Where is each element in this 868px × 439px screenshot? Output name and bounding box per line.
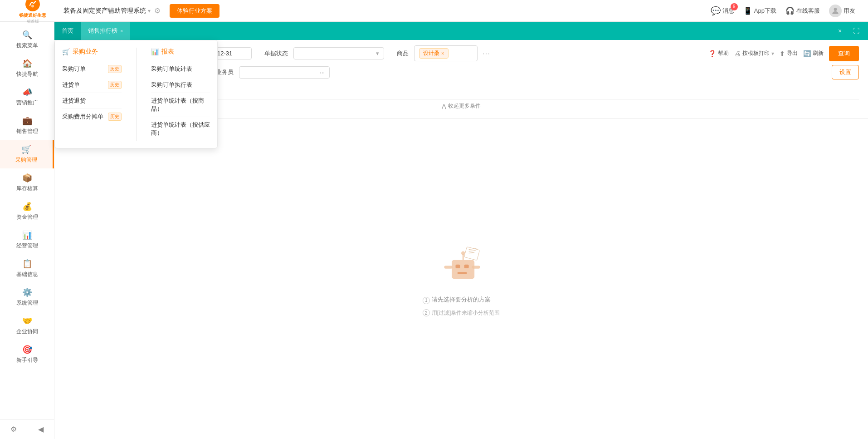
sidebar-item-search[interactable]: 🔍 搜索菜单 bbox=[0, 25, 54, 54]
sidebar-item-label: 基础信息 bbox=[16, 271, 38, 278]
sales-icon: 💼 bbox=[22, 116, 32, 126]
sidebar-item-inventory[interactable]: 📦 库存核算 bbox=[0, 168, 54, 197]
salesperson-label: 业务员 bbox=[216, 68, 234, 76]
goods-tag: 设计桑 × bbox=[419, 48, 449, 59]
search-icon: 🔍 bbox=[22, 30, 32, 40]
marketing-icon: 📣 bbox=[22, 87, 32, 97]
dropdown-item-incoming[interactable]: 进货单 历史 bbox=[62, 77, 122, 93]
collapse-up-icon: ⋀ bbox=[442, 103, 446, 109]
dropdown-columns: 🛒 采购业务 采购订单 历史 进货单 历史 进货退货 采购费用分摊单 历史 bbox=[62, 48, 210, 141]
refresh-icon: 🔄 bbox=[803, 50, 811, 57]
top-header: 畅捷通好生意 标准版 装备及固定资产辅助管理系统 ▾ ⚙ 体验行业方案 💬 9 … bbox=[0, 0, 868, 22]
tab-right-actions: × ⛶ bbox=[834, 25, 868, 37]
enterprise-icon: 🤝 bbox=[22, 316, 32, 326]
step-1-icon: 1 bbox=[423, 297, 430, 304]
salesperson-select[interactable]: ··· bbox=[239, 66, 330, 79]
help-button[interactable]: ❓ 帮助 bbox=[708, 49, 729, 57]
sidebar-item-label: 企业协同 bbox=[16, 328, 38, 335]
sidebar-item-label: 新手引导 bbox=[16, 356, 38, 364]
sidebar-item-label: 资金管理 bbox=[16, 213, 38, 221]
sidebar-item-finance[interactable]: 💰 资金管理 bbox=[0, 197, 54, 226]
doc-status-label: 单据状态 bbox=[264, 49, 288, 58]
dropdown-divider bbox=[136, 48, 137, 141]
sidebar-item-enterprise[interactable]: 🤝 企业协同 bbox=[0, 311, 54, 340]
tab-home-label: 首页 bbox=[62, 27, 73, 35]
refresh-button[interactable]: 🔄 刷新 bbox=[803, 49, 824, 57]
step-2-icon: 2 bbox=[423, 309, 430, 316]
sidebar-item-quick-nav[interactable]: 🏠 快捷导航 bbox=[0, 54, 54, 83]
avatar bbox=[829, 5, 842, 17]
operations-icon: 📊 bbox=[22, 230, 32, 240]
tab-close-icon[interactable]: × bbox=[120, 28, 123, 34]
guide-icon: 🎯 bbox=[22, 345, 32, 355]
sidebar-item-label: 系统管理 bbox=[16, 299, 38, 307]
sidebar: 🔍 搜索菜单 🏠 快捷导航 📣 营销推广 💼 销售管理 🛒 采购管理 📦 库存核… bbox=[0, 22, 54, 439]
home-icon: 🏠 bbox=[22, 59, 32, 69]
online-service-area[interactable]: 🎧 在线客服 bbox=[785, 6, 820, 15]
dropdown-item-purchase-order[interactable]: 采购订单 历史 bbox=[62, 61, 122, 77]
system-title-dropdown[interactable]: 装备及固定资产辅助管理系统 ▾ bbox=[63, 7, 151, 15]
sidebar-item-operations[interactable]: 📊 经营管理 bbox=[0, 226, 54, 254]
settings-button[interactable]: 设置 bbox=[832, 65, 859, 79]
goods-filter[interactable]: 设计桑 × bbox=[414, 45, 478, 61]
print-arrow-icon: ▾ bbox=[771, 50, 774, 57]
logo-area: 畅捷通好生意 标准版 bbox=[5, 0, 60, 25]
purchase-col-icon: 🛒 bbox=[62, 48, 70, 55]
sidebar-collapse-button[interactable]: ◀ bbox=[38, 425, 44, 434]
print-icon: 🖨 bbox=[734, 50, 741, 57]
sidebar-item-system[interactable]: ⚙️ 系统管理 bbox=[0, 283, 54, 311]
goods-tag-close[interactable]: × bbox=[441, 50, 444, 57]
goods-more-btn[interactable]: ··· bbox=[483, 50, 491, 57]
export-icon: ⬆ bbox=[780, 50, 785, 57]
goods-label: 商品 bbox=[397, 49, 409, 58]
base-info-icon: 📋 bbox=[22, 259, 32, 269]
sidebar-item-sales[interactable]: 💼 销售管理 bbox=[0, 111, 54, 140]
purchase-icon: 🛒 bbox=[21, 144, 31, 154]
empty-state-area: 1 请先选择要分析的方案 2 用[过滤]条件来缩小分析范围 bbox=[54, 118, 868, 439]
headset-icon: 🎧 bbox=[785, 6, 795, 15]
history-badge-purchase-order: 历史 bbox=[108, 65, 122, 73]
dropdown-item-order-exec[interactable]: 采购订单执行表 bbox=[151, 77, 210, 93]
dropdown-item-return[interactable]: 进货退货 bbox=[62, 93, 122, 109]
app-download-area[interactable]: 📱 App下载 bbox=[743, 6, 776, 15]
notification-icon: 💬 bbox=[711, 6, 721, 16]
dropdown-item-incoming-stats-supplier[interactable]: 进货单统计表（按供应商） bbox=[151, 117, 210, 141]
tab-close-button[interactable]: × bbox=[834, 25, 846, 37]
header-right: 💬 9 消息 📱 App下载 🎧 在线客服 用友 bbox=[711, 5, 855, 17]
settings-icon[interactable]: ⚙ bbox=[154, 6, 161, 15]
print-button[interactable]: 🖨 按模板打印 ▾ bbox=[734, 49, 774, 57]
tab-sales-rank[interactable]: 销售排行榜 × bbox=[81, 22, 130, 40]
user-label: 用友 bbox=[844, 7, 855, 15]
sidebar-item-label: 采购管理 bbox=[15, 156, 37, 164]
sidebar-item-base-info[interactable]: 📋 基础信息 bbox=[0, 254, 54, 283]
doc-status-select[interactable]: ▾ bbox=[293, 47, 384, 59]
svg-rect-5 bbox=[458, 272, 467, 274]
toolbar-actions: ❓ 帮助 🖨 按模板打印 ▾ ⬆ 导出 🔄 刷新 bbox=[708, 46, 859, 61]
dropdown-item-expense[interactable]: 采购费用分摊单 历史 bbox=[62, 109, 122, 124]
sidebar-item-marketing[interactable]: 📣 营销推广 bbox=[0, 83, 54, 111]
sidebar-bottom: ⚙ ◀ bbox=[0, 419, 54, 439]
salesperson-more-icon: ··· bbox=[320, 69, 325, 76]
notification-area[interactable]: 💬 9 消息 bbox=[711, 6, 734, 16]
sidebar-settings-button[interactable]: ⚙ bbox=[10, 425, 17, 434]
export-button[interactable]: ⬆ 导出 bbox=[780, 49, 798, 57]
industry-button[interactable]: 体验行业方案 bbox=[170, 4, 219, 18]
reports-col: 📊 报表 采购订单统计表 采购订单执行表 进货单统计表（按商品） 进货单统计表（… bbox=[151, 48, 210, 141]
help-icon: ❓ bbox=[708, 50, 716, 57]
svg-rect-4 bbox=[464, 264, 469, 268]
empty-tip-1: 1 请先选择要分析的方案 bbox=[423, 296, 491, 306]
tab-home[interactable]: 首页 bbox=[54, 22, 81, 40]
reports-col-icon: 📊 bbox=[151, 48, 159, 55]
user-area[interactable]: 用友 bbox=[829, 5, 855, 17]
reports-col-title: 📊 报表 bbox=[151, 48, 210, 56]
dropdown-item-order-stats[interactable]: 采购订单统计表 bbox=[151, 61, 210, 77]
dropdown-item-incoming-stats-goods[interactable]: 进货单统计表（按商品） bbox=[151, 93, 210, 117]
sidebar-item-purchase[interactable]: 🛒 采购管理 bbox=[0, 140, 54, 168]
query-button[interactable]: 查询 bbox=[829, 46, 859, 61]
tab-maximize-button[interactable]: ⛶ bbox=[850, 25, 863, 37]
sidebar-item-label: 搜索菜单 bbox=[16, 42, 38, 49]
sidebar-item-label: 营销推广 bbox=[16, 99, 38, 107]
sidebar-item-guide[interactable]: 🎯 新手引导 bbox=[0, 340, 54, 369]
system-icon: ⚙️ bbox=[22, 287, 32, 297]
chevron-down-icon: ▾ bbox=[376, 50, 379, 57]
